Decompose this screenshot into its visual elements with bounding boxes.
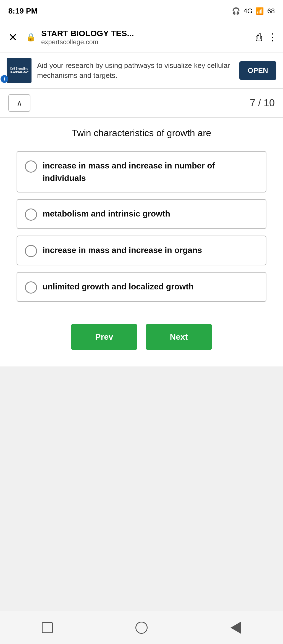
- radio-option-4: [25, 281, 37, 294]
- home-button[interactable]: [132, 618, 151, 637]
- radio-option-3: [25, 245, 37, 257]
- browser-close-button[interactable]: ✕: [6, 28, 20, 46]
- recent-apps-button[interactable]: [38, 618, 57, 637]
- quiz-container: ∧ 7 / 10 Twin characteristics of growth …: [0, 89, 283, 366]
- radio-option-2: [25, 208, 37, 221]
- option-3-text: increase in mass and increase in organs: [43, 244, 202, 256]
- option-2[interactable]: metabolism and intrinsic growth: [17, 199, 266, 229]
- ad-banner: i Cell Signaling TECHNOLOGY Aid your res…: [0, 52, 283, 89]
- option-1-text: increase in mass and increase in number …: [43, 159, 258, 184]
- share-icon[interactable]: ⎙: [256, 31, 262, 43]
- time-display: 8:19 PM: [8, 7, 38, 15]
- back-button[interactable]: [226, 618, 245, 637]
- ad-open-button[interactable]: OPEN: [239, 61, 276, 80]
- browser-nav-bar: ✕ 🔒 START BIOLOGY TES... expertscollege.…: [0, 22, 283, 52]
- browser-title-block: START BIOLOGY TES... expertscollege.com: [41, 29, 250, 46]
- battery-label: 68: [267, 7, 275, 15]
- headphone-icon: 🎧: [232, 7, 240, 15]
- info-icon: i: [1, 75, 8, 83]
- browser-url: expertscollege.com: [41, 38, 250, 46]
- lock-icon: 🔒: [26, 33, 36, 42]
- ad-logo-text: Cell Signaling TECHNOLOGY: [9, 67, 29, 74]
- question-text: Twin characteristics of growth are: [17, 126, 266, 140]
- back-icon: [230, 622, 241, 634]
- ad-logo: Cell Signaling TECHNOLOGY: [7, 58, 32, 83]
- ad-description: Aid your research by using pathways to v…: [37, 60, 234, 81]
- prev-button[interactable]: Prev: [71, 324, 137, 350]
- option-4[interactable]: unlimited growth and localized growth: [17, 272, 266, 302]
- browser-page-title: START BIOLOGY TES...: [41, 29, 250, 38]
- chevron-up-icon: ∧: [17, 99, 22, 108]
- option-2-text: metabolism and intrinsic growth: [43, 207, 170, 220]
- navigation-buttons: Prev Next: [0, 313, 283, 366]
- option-4-text: unlimited growth and localized growth: [43, 280, 194, 293]
- option-3[interactable]: increase in mass and increase in organs: [17, 236, 266, 265]
- browser-action-buttons: ⎙ ⋮: [256, 31, 277, 43]
- quiz-header: ∧ 7 / 10: [0, 89, 283, 118]
- home-icon: [135, 622, 148, 634]
- options-list: increase in mass and increase in number …: [17, 151, 266, 302]
- next-button[interactable]: Next: [146, 324, 212, 350]
- android-nav-bar: [0, 611, 283, 644]
- collapse-button[interactable]: ∧: [8, 94, 30, 112]
- option-1[interactable]: increase in mass and increase in number …: [17, 151, 266, 192]
- radio-option-1: [25, 160, 37, 173]
- signal-label: 4G: [243, 7, 252, 15]
- signal-bars-icon: 📶: [256, 7, 264, 15]
- question-counter: 7 / 10: [250, 97, 275, 109]
- status-icons: 🎧 4G 📶 68: [232, 7, 275, 15]
- quiz-content-area: Twin characteristics of growth are incre…: [0, 118, 283, 313]
- recent-apps-icon: [42, 622, 53, 633]
- more-options-icon[interactable]: ⋮: [268, 31, 277, 43]
- status-bar: 8:19 PM 🎧 4G 📶 68: [0, 0, 283, 22]
